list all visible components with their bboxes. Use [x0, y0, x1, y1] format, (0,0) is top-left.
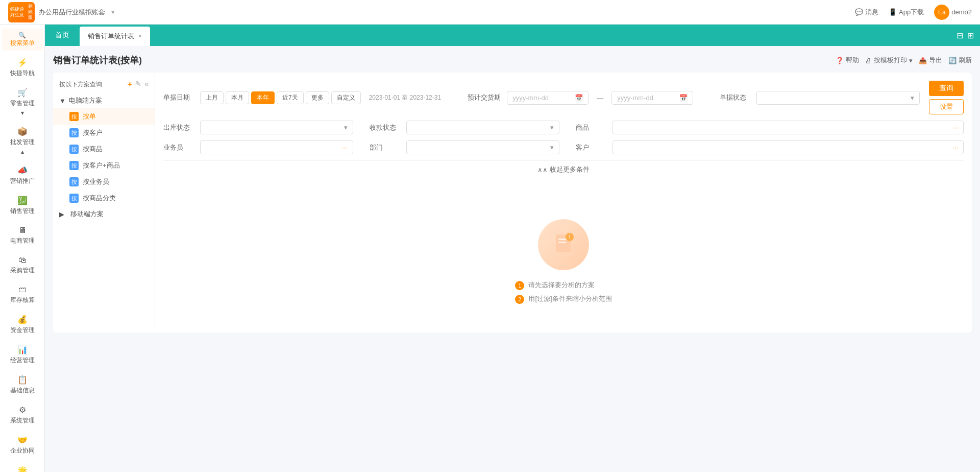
- filter-row-date: 单据日期 上月 本月 本年 近7天 更多 自定义 2023-01-01 至 20…: [163, 81, 964, 114]
- sidebar-item-ecommerce[interactable]: 🖥 电商管理: [0, 221, 44, 250]
- setting-button[interactable]: 设置: [929, 99, 964, 114]
- expected-date-start[interactable]: yyyy-mm-dd 📅: [507, 91, 589, 105]
- sidebar-item-operations[interactable]: 📊 经营管理: [0, 340, 44, 370]
- scheme-add-icon[interactable]: +: [128, 80, 132, 89]
- quicknav-icon: ⚡: [17, 58, 28, 67]
- calendar-icon-2: 📅: [679, 94, 688, 102]
- tab-close-icon[interactable]: ×: [138, 33, 142, 40]
- scheme-item-5[interactable]: 按 按商品分类: [53, 190, 155, 206]
- collapse-bar: ∧∧ 收起更多条件: [163, 160, 964, 178]
- sales-icon: 💹: [17, 196, 28, 205]
- sidebar-item-newbie[interactable]: 🌟 新手引导: [0, 460, 44, 472]
- tip-num-1: 1: [515, 281, 524, 290]
- scheme-group-pc: ▼ 电脑端方案 按 按单 按 按客户 按: [53, 93, 155, 206]
- message-button[interactable]: 💬 消息: [855, 8, 878, 17]
- print-button[interactable]: 🖨 按模板打印 ▾: [865, 56, 913, 65]
- user-menu[interactable]: Ea demo2: [934, 5, 972, 20]
- dept-select[interactable]: ▾: [406, 140, 559, 154]
- date-btn-more[interactable]: 更多: [306, 91, 329, 104]
- sidebar-item-inventory[interactable]: 🗃 库存核算: [0, 280, 44, 310]
- sidebar-item-purchase[interactable]: 🛍 采购管理: [0, 250, 44, 280]
- avatar: Ea: [934, 5, 949, 20]
- scheme-item-3[interactable]: 按 按客户+商品: [53, 157, 155, 174]
- date-btn-prevmonth[interactable]: 上月: [200, 91, 224, 104]
- scheme-item-1[interactable]: 按 按客户: [53, 125, 155, 141]
- sidebar: 🔍 搜索菜单 ⚡ 快捷导航 🛒 零售管理 ▾ 📦 批发管理 ▴ 📣 营销推广 💹…: [0, 25, 45, 472]
- customer-select[interactable]: ···: [612, 140, 964, 154]
- scheme-item-icon-5: 按: [69, 194, 79, 203]
- main-filter-area: 单据日期 上月 本月 本年 近7天 更多 自定义 2023-01-01 至 20…: [155, 73, 972, 333]
- refresh-button[interactable]: 🔄 刷新: [948, 56, 972, 65]
- salesperson-more-icon[interactable]: ···: [342, 144, 348, 151]
- customer-label: 客户: [576, 143, 606, 152]
- empty-tip-1: 1 请先选择要分析的方案: [515, 280, 611, 290]
- expected-date-end[interactable]: yyyy-mm-dd 📅: [611, 91, 693, 105]
- sidebar-item-retail[interactable]: 🛒 零售管理 ▾: [0, 83, 44, 122]
- search-icon: 🔍: [4, 32, 41, 39]
- collapse-button[interactable]: ∧∧ 收起更多条件: [537, 165, 590, 174]
- scheme-item-0[interactable]: 按 按单: [53, 108, 155, 125]
- scheme-item-2[interactable]: 按 按商品: [53, 141, 155, 157]
- search-button[interactable]: 查询: [929, 81, 964, 96]
- export-button[interactable]: 📤 导出: [919, 56, 942, 65]
- date-btn-thisyear[interactable]: 本年: [251, 91, 275, 104]
- sidebar-item-finance[interactable]: 💰 资金管理: [0, 310, 44, 340]
- breadcrumb-arrow-icon: ▾: [111, 8, 115, 16]
- scheme-collapse-icon[interactable]: «: [144, 80, 149, 89]
- tab-minimize-button[interactable]: ⊟: [957, 31, 963, 40]
- phone-icon: 📱: [889, 8, 897, 16]
- breadcrumb[interactable]: 办公用品行业模拟账套: [39, 8, 105, 17]
- wholesale-icon: 📦: [17, 127, 28, 136]
- sidebar-item-quicknav[interactable]: ⚡ 快捷导航: [0, 53, 44, 83]
- chevron-up-icon: ▴: [21, 148, 24, 155]
- filter-row-salesperson: 业务员 ··· 部门 ▾ 客户 ···: [163, 140, 964, 154]
- shipment-select[interactable]: ▾: [200, 121, 353, 134]
- goods-select[interactable]: ···: [612, 121, 964, 134]
- date-btn-custom[interactable]: 自定义: [331, 91, 361, 104]
- retail-icon: 🛒: [17, 88, 28, 98]
- scheme-panel-icons: + ✎ «: [128, 80, 149, 89]
- sidebar-item-enterprise[interactable]: 🤝 企业协同: [0, 430, 44, 460]
- empty-state: ! 1 请先选择要分析的方案 2 用[过滤]条件来缩小分析范围: [163, 178, 964, 324]
- help-icon: ❓: [836, 57, 844, 64]
- help-button[interactable]: ❓ 帮助: [836, 56, 859, 65]
- marketing-icon: 📣: [17, 166, 28, 175]
- tab-sales-stats[interactable]: 销售订单统计表 ×: [80, 27, 150, 46]
- status-dropdown-icon: ▾: [911, 94, 914, 102]
- enterprise-icon: 🤝: [17, 435, 28, 445]
- sidebar-item-sales[interactable]: 💹 销售管理: [0, 191, 44, 221]
- calendar-icon: 📅: [575, 94, 583, 102]
- date-filter-label: 单据日期: [163, 93, 194, 102]
- app-download-button[interactable]: 📱 App下载: [889, 8, 924, 17]
- sidebar-search[interactable]: 🔍 搜索菜单: [2, 29, 43, 51]
- dept-dropdown-icon: ▾: [550, 144, 554, 151]
- tab-home[interactable]: 首页: [45, 25, 80, 46]
- collapse-up-icon: ∧∧: [537, 166, 548, 174]
- sidebar-item-wholesale[interactable]: 📦 批发管理 ▴: [0, 122, 44, 160]
- newbie-icon: 🌟: [17, 465, 28, 472]
- scheme-item-4[interactable]: 按 按业务员: [53, 174, 155, 190]
- customer-more-icon[interactable]: ···: [952, 144, 958, 151]
- payment-select[interactable]: ▾: [406, 121, 559, 134]
- basic-icon: 📋: [17, 375, 28, 385]
- tab-maximize-button[interactable]: ⊞: [967, 31, 974, 40]
- status-label: 单据状态: [720, 93, 750, 102]
- date-separator: —: [597, 94, 603, 102]
- sidebar-item-basic[interactable]: 📋 基础信息: [0, 370, 44, 400]
- content-area: 首页 销售订单统计表 × ⊟ ⊞ 销售订单统计表(按单) ❓ 帮助: [45, 25, 980, 472]
- dept-label: 部门: [370, 143, 400, 152]
- goods-more-icon[interactable]: ···: [952, 124, 958, 131]
- sidebar-item-system[interactable]: ⚙ 系统管理: [0, 400, 44, 430]
- date-btn-7days[interactable]: 近7天: [277, 91, 304, 104]
- salesperson-select[interactable]: ···: [200, 140, 353, 154]
- sidebar-item-marketing[interactable]: 📣 营销推广: [0, 160, 44, 191]
- scheme-group-mobile-header[interactable]: ▶ 移动端方案: [53, 206, 155, 222]
- date-btn-thismonth[interactable]: 本月: [226, 91, 249, 104]
- status-select[interactable]: ▾: [756, 91, 920, 105]
- goods-label: 商品: [576, 123, 606, 132]
- scheme-edit-icon[interactable]: ✎: [135, 80, 141, 89]
- topbar: 畅捷通好生意 标账版 办公用品行业模拟账套 ▾ 💬 消息 📱 App下载 Ea …: [0, 0, 980, 25]
- payment-label: 收款状态: [370, 123, 400, 132]
- scheme-group-pc-header[interactable]: ▼ 电脑端方案: [53, 93, 155, 108]
- logo[interactable]: 畅捷通好生意 标账版: [8, 2, 35, 22]
